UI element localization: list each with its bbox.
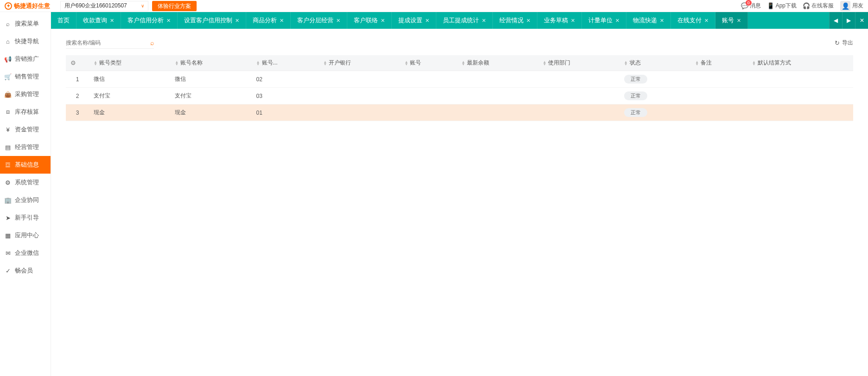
cell: [538, 71, 619, 88]
trial-button[interactable]: 体验行业方案: [152, 1, 197, 11]
sidebar-item-0[interactable]: ⌕搜索菜单: [0, 15, 51, 32]
column-header-2[interactable]: ▲▼账号名称: [170, 55, 251, 71]
tab-10[interactable]: 业务草稿✕: [537, 12, 582, 29]
close-icon[interactable]: ✕: [526, 18, 530, 24]
sort-icon[interactable]: ▲▼: [695, 61, 699, 65]
sidebar-item-10[interactable]: 🏢企业协同: [0, 191, 51, 209]
close-icon[interactable]: ✕: [425, 18, 429, 24]
close-icon[interactable]: ✕: [704, 18, 708, 24]
close-icon[interactable]: ✕: [110, 18, 114, 24]
tab-13[interactable]: 在线支付✕: [671, 12, 715, 29]
tab-bar: 首页收款查询✕客户信用分析✕设置客户信用控制✕商品分析✕客户分层经营✕客户联络✕…: [51, 12, 868, 29]
sort-icon[interactable]: ▲▼: [752, 61, 756, 65]
column-header-9[interactable]: ▲▼备注: [690, 55, 747, 71]
sort-icon[interactable]: ▲▼: [94, 61, 97, 65]
tab-label: 客户信用分析: [128, 16, 164, 25]
tab-3[interactable]: 设置客户信用控制✕: [178, 12, 246, 29]
close-icon[interactable]: ✕: [482, 18, 486, 24]
table-row[interactable]: 3现金现金01正常: [66, 104, 853, 121]
tab-14[interactable]: 账号✕: [715, 12, 748, 29]
tab-5[interactable]: 客户分层经营✕: [291, 12, 347, 29]
close-icon[interactable]: ✕: [280, 18, 284, 24]
sidebar-item-7[interactable]: ▤经营管理: [0, 138, 51, 156]
gear-icon[interactable]: ⚙: [70, 59, 76, 66]
tenant-name: 用户690企业1660120507: [64, 2, 127, 10]
tab-9[interactable]: 经营情况✕: [493, 12, 537, 29]
sort-icon[interactable]: ▲▼: [405, 61, 408, 65]
sidebar-item-11[interactable]: ➤新手引导: [0, 209, 51, 227]
tab-6[interactable]: 客户联络✕: [347, 12, 392, 29]
column-header-6[interactable]: ▲▼最新余额: [457, 55, 538, 71]
column-header-1[interactable]: ▲▼账号类型: [89, 55, 170, 71]
tab-label: 账号: [722, 16, 734, 25]
sidebar-item-8[interactable]: ☲基础信息: [0, 156, 51, 174]
table-row[interactable]: 2支付宝支付宝03正常: [66, 88, 853, 104]
column-header-7[interactable]: ▲▼使用部门: [538, 55, 619, 71]
close-icon[interactable]: ✕: [571, 18, 575, 24]
tab-4[interactable]: 商品分析✕: [246, 12, 291, 29]
column-header-3[interactable]: ▲▼账号...: [252, 55, 319, 71]
search-icon[interactable]: ⌕: [150, 39, 154, 46]
tab-11[interactable]: 计量单位✕: [582, 12, 626, 29]
avatar-icon: 👤: [840, 1, 850, 11]
close-icon[interactable]: ✕: [660, 18, 664, 24]
logo-text: 畅捷通好生意: [14, 2, 50, 10]
sidebar-item-label: 库存核算: [15, 108, 39, 116]
sidebar-item-14[interactable]: ✓畅会员: [0, 262, 51, 279]
cell: [400, 88, 457, 104]
close-icon[interactable]: ✕: [615, 18, 619, 24]
sidebar-item-4[interactable]: 👜采购管理: [0, 85, 51, 103]
column-header-0[interactable]: ⚙: [66, 55, 89, 71]
tab-0[interactable]: 首页: [51, 12, 77, 29]
messages-link[interactable]: 💬 消息: [741, 2, 761, 10]
column-header-5[interactable]: ▲▼账号: [400, 55, 457, 71]
search-box[interactable]: ⌕: [66, 37, 154, 49]
support-link[interactable]: 🎧 在线客服: [803, 2, 834, 10]
tenant-selector[interactable]: 用户690企业1660120507 ∨: [60, 1, 148, 11]
close-icon[interactable]: ✕: [336, 18, 340, 24]
headset-icon: 🎧: [803, 3, 810, 9]
export-button[interactable]: ↻ 导出: [834, 39, 853, 47]
close-icon[interactable]: ✕: [737, 18, 741, 24]
column-header-10[interactable]: ▲▼默认结算方式: [747, 55, 853, 71]
column-label: 备注: [701, 59, 712, 67]
status-badge: 正常: [624, 108, 647, 117]
close-icon[interactable]: ✕: [235, 18, 239, 24]
table-row[interactable]: 1微信微信02正常: [66, 71, 853, 88]
sidebar-item-1[interactable]: ⌂快捷导航: [0, 32, 51, 50]
close-icon[interactable]: ✕: [166, 18, 171, 24]
sidebar-item-3[interactable]: 🛒销售管理: [0, 68, 51, 85]
column-label: 默认结算方式: [758, 59, 791, 67]
tab-7[interactable]: 提成设置✕: [392, 12, 436, 29]
tab-12[interactable]: 物流快递✕: [626, 12, 671, 29]
sort-icon[interactable]: ▲▼: [256, 61, 260, 65]
sidebar-item-13[interactable]: ✉企业微信: [0, 244, 51, 262]
tab-close-all[interactable]: ✕: [855, 12, 868, 29]
app-download-link[interactable]: 📱 App下载: [767, 2, 797, 10]
sidebar-item-9[interactable]: ⚙系统管理: [0, 174, 51, 191]
sort-icon[interactable]: ▲▼: [461, 61, 465, 65]
sidebar-item-12[interactable]: ▦应用中心: [0, 227, 51, 244]
user-menu[interactable]: 👤 用友: [840, 1, 863, 11]
sort-icon[interactable]: ▲▼: [542, 61, 546, 65]
column-header-8[interactable]: ▲▼状态: [619, 55, 691, 71]
tab-scroll-left[interactable]: ◀: [829, 12, 842, 29]
sidebar-item-6[interactable]: ¥资金管理: [0, 121, 51, 138]
cell: 03: [252, 88, 319, 104]
sidebar-item-2[interactable]: 📢营销推广: [0, 50, 51, 68]
search-input[interactable]: [66, 39, 150, 46]
close-icon[interactable]: ✕: [381, 18, 385, 24]
tab-scroll-right[interactable]: ▶: [842, 12, 855, 29]
chevron-down-icon: ∨: [141, 3, 144, 8]
column-header-4[interactable]: ▲▼开户银行: [319, 55, 400, 71]
tab-1[interactable]: 收款查询✕: [77, 12, 121, 29]
tab-label: 首页: [57, 16, 70, 25]
sidebar-item-5[interactable]: ⧈库存核算: [0, 103, 51, 121]
sort-icon[interactable]: ▲▼: [323, 61, 327, 65]
sort-icon[interactable]: ▲▼: [624, 61, 628, 65]
bag-icon: 👜: [5, 91, 11, 97]
sort-icon[interactable]: ▲▼: [175, 61, 179, 65]
accounts-table: ⚙▲▼账号类型▲▼账号名称▲▼账号...▲▼开户银行▲▼账号▲▼最新余额▲▼使用…: [66, 55, 853, 121]
tab-8[interactable]: 员工提成统计✕: [436, 12, 493, 29]
tab-2[interactable]: 客户信用分析✕: [121, 12, 178, 29]
